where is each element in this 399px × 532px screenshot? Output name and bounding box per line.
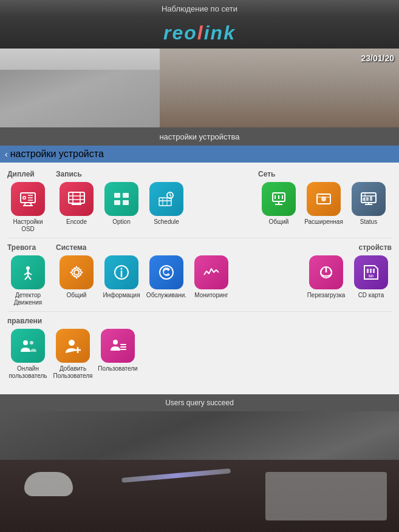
encode-icon-box xyxy=(60,182,94,216)
status-icon-box xyxy=(352,182,386,216)
status-label: Status xyxy=(360,218,377,226)
motion-icon-box xyxy=(11,255,45,289)
timestamp: 23/01/20 xyxy=(361,53,395,63)
svg-point-61 xyxy=(30,341,33,345)
mouse xyxy=(24,472,73,496)
svg-rect-41 xyxy=(366,197,369,201)
row-display-record-network: Диплей xyxy=(7,167,392,238)
section-alarm-label: Тревога xyxy=(7,241,56,255)
record-icons: Encode Option xyxy=(56,182,187,233)
section-device: стройств Перезагрузка xyxy=(232,241,392,306)
system-icons: Общий Информация xyxy=(56,255,232,306)
online-users-item[interactable]: Онлайн пользователь xyxy=(7,329,49,380)
sdcard-item[interactable]: SD CD карта xyxy=(350,255,392,306)
section-display-label: Диплей xyxy=(7,167,56,182)
svg-rect-66 xyxy=(120,344,126,345)
encode-icon xyxy=(67,189,86,209)
add-user-label: Добавить Пользователя xyxy=(52,365,94,380)
monitoring-item[interactable]: Мониторинг xyxy=(191,255,232,306)
general-label: Общий xyxy=(269,218,289,226)
svg-point-65 xyxy=(113,340,118,345)
advanced-item[interactable]: Расширенная xyxy=(303,182,344,233)
row-manage: правлени Онлайн пользователь xyxy=(7,314,392,385)
breadcrumb-back-arrow[interactable]: ‹ xyxy=(5,149,8,159)
sys-general-icon-box xyxy=(60,255,94,289)
info-icon-box xyxy=(104,255,138,289)
sys-general-item[interactable]: Общий xyxy=(56,255,97,306)
device-icons: Перезагрузка SD CD карта xyxy=(305,255,392,306)
settings-header: настройки устройства xyxy=(0,127,399,146)
svg-rect-16 xyxy=(123,193,129,198)
section-device-label: стройств xyxy=(358,241,392,255)
motion-icon xyxy=(18,263,38,282)
breadcrumb-text: настройки устройста xyxy=(10,149,104,160)
encode-item[interactable]: Encode xyxy=(56,182,97,233)
add-user-item[interactable]: Добавить Пользователя xyxy=(52,329,94,380)
logo: reolink xyxy=(163,22,236,44)
userlist-icon xyxy=(108,336,128,355)
camera-top-feed: 23/01/20 xyxy=(0,49,399,127)
svg-point-51 xyxy=(121,268,123,270)
row-alarm-system: Тревога Детектор Движения xyxy=(7,241,392,312)
users-list-label: Пользователи xyxy=(98,365,137,372)
osd-item[interactable]: Настройки OSD xyxy=(7,182,49,233)
svg-rect-56 xyxy=(367,269,369,273)
sdcard-icon-box: SD xyxy=(354,255,388,289)
sdcard-label: CD карта xyxy=(358,292,384,299)
info-item[interactable]: Информация xyxy=(101,255,142,306)
option-item[interactable]: Option xyxy=(101,182,142,233)
svg-line-48 xyxy=(28,276,31,280)
users-list-icon-box xyxy=(101,329,135,363)
reboot-icon xyxy=(316,263,336,282)
top-bar-title: Наблюдение по сети xyxy=(162,4,237,13)
svg-point-60 xyxy=(23,340,28,345)
reboot-item[interactable]: Перезагрузка xyxy=(305,255,347,306)
svg-line-47 xyxy=(25,276,28,280)
online-users-label: Онлайн пользователь xyxy=(7,365,49,380)
section-alarm: Тревога Детектор Движения xyxy=(7,241,56,306)
section-system: Система Общий xyxy=(56,241,232,306)
maintenance-icon-box xyxy=(149,255,183,289)
svg-rect-9 xyxy=(69,192,84,203)
top-bar: Наблюдение по сети xyxy=(0,0,399,17)
svg-rect-68 xyxy=(120,349,126,350)
section-manage-label: правлени xyxy=(7,314,138,329)
osd-icon-box xyxy=(11,182,45,216)
svg-point-62 xyxy=(69,340,75,346)
status-message: Users query succeed xyxy=(165,399,234,407)
svg-rect-18 xyxy=(123,200,129,205)
info-icon xyxy=(112,263,131,282)
info-label: Информация xyxy=(103,292,140,299)
option-icon xyxy=(112,189,131,209)
reboot-icon-box xyxy=(309,255,343,289)
reboot-label: Перезагрузка xyxy=(307,292,346,299)
encode-label: Encode xyxy=(66,218,87,226)
network-icons: Общий Расширенная xyxy=(258,182,392,233)
svg-rect-15 xyxy=(114,193,120,198)
camera-bottom-feed xyxy=(0,411,399,532)
status-bar: Users query succeed xyxy=(0,394,399,411)
motion-label: Детектор Движения xyxy=(7,292,49,306)
alarm-icons: Детектор Движения xyxy=(7,255,56,306)
users-icon xyxy=(18,336,38,355)
section-record-label: Запись xyxy=(56,167,187,182)
svg-rect-57 xyxy=(370,269,372,273)
online-users-icon-box xyxy=(11,329,45,363)
add-user-icon xyxy=(63,336,83,355)
section-network: Сеть Общий xyxy=(258,167,392,233)
svg-line-21 xyxy=(170,195,171,197)
keyboard xyxy=(265,472,387,520)
users-list-item[interactable]: Пользователи xyxy=(97,329,138,380)
advanced-label: Расширенная xyxy=(304,218,343,226)
general-item[interactable]: Общий xyxy=(258,182,299,233)
maintenance-item[interactable]: Обслуживани. xyxy=(146,255,187,306)
svg-point-49 xyxy=(74,270,79,275)
status-item[interactable]: Status xyxy=(348,182,389,233)
section-record: Запись Encode xyxy=(56,167,187,233)
advanced-icon xyxy=(314,189,333,209)
svg-rect-17 xyxy=(114,200,120,205)
schedule-item[interactable]: Schedule xyxy=(146,182,187,233)
advanced-icon-box xyxy=(307,182,341,216)
logo-bar: reolink xyxy=(0,17,399,49)
motion-item[interactable]: Детектор Движения xyxy=(7,255,49,306)
